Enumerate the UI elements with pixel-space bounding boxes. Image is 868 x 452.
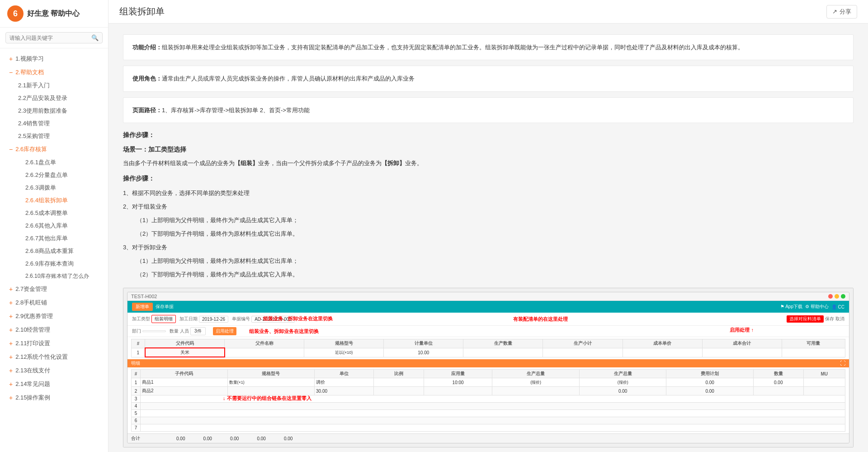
field-type-val[interactable]: 组装明细 xyxy=(151,315,176,323)
sidebar-item-video[interactable]: + 1.视频学习 xyxy=(0,52,108,66)
sidebar-item-label: 2.10经营管理 xyxy=(15,326,50,334)
mock-section-label: 明细 xyxy=(131,360,140,366)
sidebar-item-docs-212[interactable]: + 2.12系统个性化设置 xyxy=(0,350,108,364)
expand-icon: + xyxy=(9,313,13,320)
content-area: 功能介绍：组装拆卸单用来处理企业组装或拆卸等加工业务，支持有固定装配清单的产品加… xyxy=(108,24,868,452)
mock-field-bill: 单据编号 AD-20191226-001 xyxy=(232,316,295,323)
field-date-label: 加工日期 xyxy=(179,316,198,322)
footer-val1: 0.00 xyxy=(176,436,185,441)
expand-icon: + xyxy=(9,340,13,347)
mock-tab-save[interactable]: 保存单据 xyxy=(156,304,174,310)
logo-icon: 6 xyxy=(7,5,24,22)
sidebar-item-docs-263[interactable]: 2.6.3调拨单 xyxy=(0,181,108,194)
field-bill-label: 单据编号 xyxy=(232,316,250,322)
mock-field-count-val[interactable]: 3件 xyxy=(190,327,206,335)
intro-block: 功能介绍：组装拆卸单用来处理企业组装或拆卸等加工业务，支持有固定装配清单的产品加… xyxy=(123,34,854,60)
sidebar-item-docs-22[interactable]: 2.2产品安装及登录 xyxy=(0,92,108,105)
search-input-wrap[interactable]: 🔍 xyxy=(5,32,103,43)
step3-sub2: （2）下部明细为子件明细，最终作为产成品生成其它入库单。 xyxy=(123,269,854,281)
footer-val2: 0.00 xyxy=(203,436,212,441)
step2: 2、对于组装业务 xyxy=(123,201,854,213)
sidebar-item-docs-24[interactable]: 2.4销售管理 xyxy=(0,117,108,130)
footer-val3: 0.00 xyxy=(230,436,239,441)
mock-btn-select[interactable]: 选择对应料清单 xyxy=(787,315,824,323)
footer-label: 合计 xyxy=(131,435,140,442)
field-bill-val[interactable]: AD-20191226-001 xyxy=(251,316,295,323)
mock-field-type: 加工类型 组装明细 xyxy=(132,315,176,323)
sidebar-item-docs-262[interactable]: 2.6.2分量盘点单 xyxy=(0,169,108,181)
expand-icon: + xyxy=(9,353,13,361)
search-icon[interactable]: 🔍 xyxy=(91,34,99,41)
mock-field-dept-val[interactable] xyxy=(142,330,166,332)
sidebar-sub-label: 2.5采购管理 xyxy=(18,133,50,139)
mock-section-expand[interactable]: ⛶ xyxy=(840,360,845,366)
scenario1-heading: 场景一：加工类型选择 xyxy=(123,146,854,154)
search-area: 🔍 xyxy=(0,28,108,48)
sidebar-item-docs-214[interactable]: + 2.14常见问题 xyxy=(0,377,108,391)
sidebar-item-docs-268[interactable]: 2.6.8商品成本重算 xyxy=(0,245,108,257)
search-input[interactable] xyxy=(9,35,91,41)
sidebar-sub-label: 2.3使用前数据准备 xyxy=(18,107,67,114)
sidebar-item-label: 2.9优惠券管理 xyxy=(15,312,53,320)
sidebar-item-docs-27[interactable]: + 2.7资金管理 xyxy=(0,282,108,296)
sidebar-item-docs-26[interactable]: − 2.6库存核算 xyxy=(0,143,108,156)
mock-field-count: 数量 人员 3件 xyxy=(170,327,206,335)
sidebar-item-docs-210[interactable]: + 2.10经营管理 xyxy=(0,323,108,337)
steps-content: 1、根据不同的业务，选择不同单据的类型来处理 2、对于组装业务 （1）上部明细为… xyxy=(123,187,854,281)
sidebar-item-label: 2.6库存核算 xyxy=(15,145,47,153)
sidebar-item-label: 1.视频学习 xyxy=(15,55,44,63)
step2-sub2: （2）下部明细为子件明细，最终作为原材料生成其它出库单。 xyxy=(123,228,854,240)
path-text: 1、库存核算->库存管理->组装拆卸单 2、首页->常用功能 xyxy=(162,107,310,114)
step3-sub1: （1）上部明细为父件明细，最终作为原材料生成其它出库单； xyxy=(123,255,854,267)
mock-btn-save[interactable]: 保存 xyxy=(825,316,834,322)
expand-icon: + xyxy=(9,326,13,333)
field-date-val[interactable]: 2019-12-26 xyxy=(199,316,228,323)
mock-bottom-table-wrap: # 子件代码 规格型号 单位 比例 应用量 生产总量 生产总量 费用计划 数 xyxy=(127,367,849,433)
screenshot-mockup: TEST-H002 新增单 保存单据 ⚑ App下载 ⚙ 帮助中心 xyxy=(123,288,854,447)
sidebar-item-docs-215[interactable]: + 2.15操作案例 xyxy=(0,391,108,404)
mock-footer: 合计 0.00 0.00 0.00 0.00 0.00 xyxy=(127,433,849,443)
share-icon: ↗ xyxy=(832,8,837,15)
sidebar-item-docs-28[interactable]: + 2.8手机旺铺 xyxy=(0,296,108,309)
sidebar-item-label: 2.14常见问题 xyxy=(15,380,50,388)
sidebar-item-docs-269[interactable]: 2.6.9库存账本查询 xyxy=(0,257,108,270)
sidebar-item-docs-25[interactable]: 2.5采购管理 xyxy=(0,130,108,143)
mock-btn-cancel[interactable]: 取消 xyxy=(835,316,844,322)
expand-icon: + xyxy=(9,55,13,62)
sidebar-item-label: 2.帮助文档 xyxy=(15,68,44,76)
role-label: 使用角色： xyxy=(132,75,162,82)
sidebar-item-docs-2610[interactable]: 2.6.10库存账本错了怎么办 xyxy=(0,270,108,282)
sidebar-item-docs-21[interactable]: 2.1新手入门 xyxy=(0,79,108,92)
sidebar-item-docs-264[interactable]: 2.6.4组装拆卸单 xyxy=(0,194,108,207)
mock-btn-enable[interactable]: 启用处理 xyxy=(213,327,236,335)
sidebar-item-docs-266[interactable]: 2.6.6其他入库单 xyxy=(0,219,108,232)
sidebar-item-docs-265[interactable]: 2.6.5成本调整单 xyxy=(0,207,108,219)
footer-val5: 0.00 xyxy=(284,436,292,441)
mock-field-dept: 部门 xyxy=(132,328,166,334)
page-title: 组装拆卸单 xyxy=(119,5,165,18)
sidebar-item-label: 2.12系统个性化设置 xyxy=(15,353,68,361)
sidebar-item-label: 2.13在线支付 xyxy=(15,366,50,375)
nav-list: + 1.视频学习 − 2.帮助文档 2.1新手入门 2.2产品安装及登录 2.3… xyxy=(0,48,108,452)
role-text: 通常由生产人员或库管人员完成拆装业务的操作，库管人员确认原材料的出库和产成品的入… xyxy=(162,75,415,82)
expand-icon: + xyxy=(9,367,13,374)
footer-val4: 0.00 xyxy=(257,436,265,441)
mock-field-date: 加工日期 2019-12-26 xyxy=(179,316,228,323)
sidebar-item-docs-23[interactable]: 2.3使用前数据准备 xyxy=(0,105,108,117)
sidebar-item-docs-211[interactable]: + 2.11打印设置 xyxy=(0,337,108,350)
expand-icon: + xyxy=(9,381,13,388)
mock-tab-new[interactable]: 新增单 xyxy=(132,303,153,311)
mock-section-bar: 明细 ⛶ xyxy=(127,359,849,367)
sidebar-item-docs-29[interactable]: + 2.9优惠券管理 xyxy=(0,309,108,323)
share-button[interactable]: ↗ 分享 xyxy=(826,5,857,19)
field-type-label: 加工类型 xyxy=(132,316,150,322)
sidebar-item-docs-261[interactable]: 2.6.1盘点单 xyxy=(0,156,108,169)
sidebar-item-docs-267[interactable]: 2.6.7其他出库单 xyxy=(0,232,108,245)
sidebar-item-docs[interactable]: − 2.帮助文档 xyxy=(0,66,108,79)
intro-text: 组装拆卸单用来处理企业组装或拆卸等加工业务，支持有固定装配清单的产品加工业务，也… xyxy=(162,44,744,51)
sidebar-item-label: 2.15操作案例 xyxy=(15,394,50,402)
sidebar-item-docs-213[interactable]: + 2.13在线支付 xyxy=(0,364,108,377)
step1: 1、根据不同的业务，选择不同单据的类型来处理 xyxy=(123,187,854,199)
mock-annot3: 组装业务、拆卸业务在这里切换 xyxy=(249,328,319,335)
sidebar-item-label: 2.8手机旺铺 xyxy=(15,299,47,307)
